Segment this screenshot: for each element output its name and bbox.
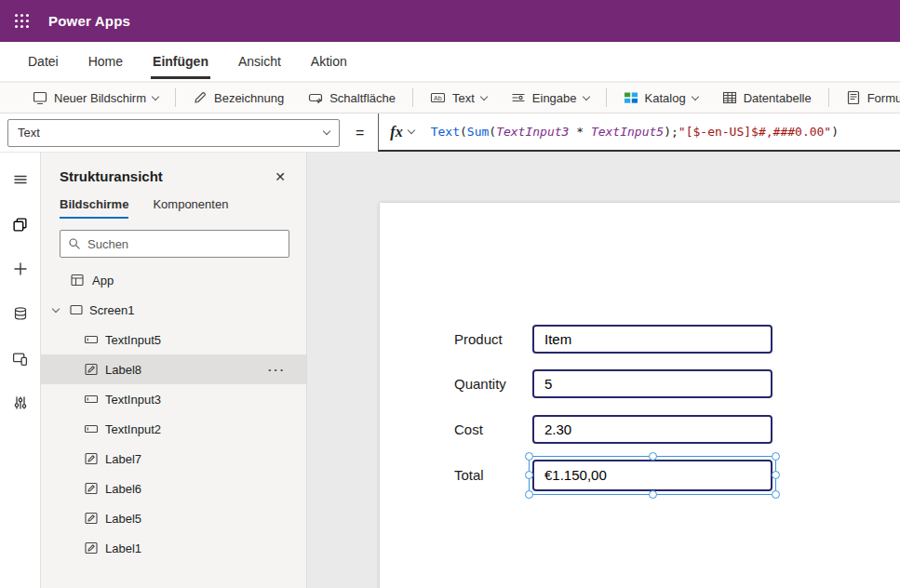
tab-screens[interactable]: Bildschirme [60, 197, 128, 219]
label-control-icon [84, 511, 99, 526]
selection-handle[interactable] [772, 452, 780, 461]
tree-item-app[interactable]: App [41, 265, 306, 295]
search-icon [68, 237, 81, 250]
insert-ribbon: Neuer Bildschirm Bezeichnung Schaltfläch… [0, 82, 900, 114]
close-icon[interactable]: ✕ [275, 170, 286, 183]
formula-token: TextInput5 [591, 125, 664, 139]
canvas-area: Product Item Quantity 5 Cost 2.30 Total … [307, 153, 900, 588]
new-screen-button[interactable]: Neuer Bildschirm [20, 83, 170, 113]
canvas-textinput-cost[interactable]: 2.30 [532, 415, 772, 444]
hamburger-icon [13, 172, 28, 187]
app-title: Power Apps [48, 13, 130, 29]
formula-token: TextInput3 [496, 125, 569, 139]
selection-handle[interactable] [525, 490, 533, 499]
selection-handle[interactable] [772, 471, 780, 479]
hamburger-menu-button[interactable] [6, 165, 35, 194]
screen-tree: App Screen1 TextInput5 [41, 265, 306, 563]
tree-item-label7[interactable]: Label7 [41, 444, 306, 474]
menu-item-home[interactable]: Home [87, 52, 125, 71]
datatable-button[interactable]: Datentabelle [710, 83, 824, 113]
panel-tabs: Bildschirme Komponenten [41, 197, 306, 219]
input-dropdown-button[interactable]: Eingabe [499, 83, 601, 113]
selection-handle[interactable] [772, 490, 780, 499]
fx-icon: fx [390, 124, 402, 140]
waffle-menu-button[interactable] [0, 0, 43, 42]
forms-button[interactable]: Formulare [834, 83, 900, 113]
tree-item-label5[interactable]: Label5 [41, 503, 306, 533]
text-dropdown-button[interactable]: Ab Text [418, 83, 499, 113]
canvas-textinput-product[interactable]: Item [532, 325, 772, 354]
tree-item-label6[interactable]: Label6 [41, 474, 306, 503]
form-row-quantity: Quantity 5 [454, 369, 772, 398]
formula-bar: Text = fx Text(Sum(TextInput3 * TextInpu… [0, 114, 900, 153]
formula-token: Sum [467, 125, 489, 139]
label-control-icon [84, 451, 99, 466]
fx-button[interactable]: fx [390, 124, 413, 140]
database-icon [13, 306, 28, 321]
tree-item-label: App [92, 274, 114, 287]
search-box [60, 230, 289, 258]
chevron-down-icon [582, 92, 589, 100]
search-input[interactable] [87, 237, 281, 251]
canvas-label-product[interactable]: Product [454, 331, 532, 347]
tab-components[interactable]: Komponenten [153, 197, 228, 219]
formula-input-area: fx Text(Sum(TextInput3 * TextInput5);"[$… [378, 114, 900, 152]
menu-item-datei[interactable]: Datei [26, 52, 60, 71]
tree-item-label8[interactable]: Label8 ··· [41, 354, 306, 384]
tree-view-button[interactable] [6, 209, 35, 239]
ribbon-item-label: Text [452, 91, 475, 105]
gallery-icon [624, 90, 638, 105]
chevron-down-icon[interactable] [52, 304, 60, 312]
selection-handle[interactable] [649, 490, 657, 499]
ribbon-item-label: Eingabe [532, 91, 577, 105]
advanced-tools-button[interactable] [6, 388, 35, 418]
textinput-value: 2.30 [544, 421, 571, 437]
chevron-down-icon [323, 127, 330, 135]
tree-item-textinput3[interactable]: TextInput3 [41, 384, 306, 414]
plus-icon [13, 261, 28, 276]
menubar: Datei Home Einfügen Ansicht Aktion [0, 42, 900, 82]
canvas-label-quantity[interactable]: Quantity [454, 376, 532, 392]
formula-token: * [569, 125, 590, 139]
ribbon-item-label: Katalog [645, 91, 686, 105]
gallery-dropdown-button[interactable]: Katalog [611, 83, 710, 113]
tree-item-label1[interactable]: Label1 [41, 533, 306, 563]
ribbon-item-label: Neuer Bildschirm [54, 91, 146, 105]
canvas-label-cost[interactable]: Cost [454, 421, 532, 437]
panel-title: Strukturansicht [60, 168, 163, 184]
chevron-down-icon [691, 92, 698, 100]
selection-handle[interactable] [525, 471, 533, 479]
button-button[interactable]: Schaltfläche [296, 83, 408, 113]
svg-text:Ab: Ab [434, 95, 442, 101]
menu-item-einfuegen[interactable]: Einfügen [151, 52, 210, 71]
data-sources-button[interactable] [6, 299, 35, 328]
forms-icon [846, 90, 861, 105]
selection-handle[interactable] [525, 452, 533, 461]
chevron-down-icon [480, 92, 488, 100]
media-button[interactable] [6, 343, 35, 373]
selection-handle[interactable] [649, 452, 657, 461]
tree-item-textinput2[interactable]: TextInput2 [41, 414, 306, 444]
insert-button[interactable] [6, 254, 35, 284]
tree-item-label: Label6 [105, 482, 141, 496]
tree-item-textinput5[interactable]: TextInput5 [41, 325, 306, 354]
canvas-label-total-value-selected[interactable]: €1.150,00 [532, 460, 772, 491]
waffle-icon [14, 13, 30, 29]
tree-item-label: TextInput5 [105, 333, 161, 347]
sliders-icon [13, 395, 28, 410]
menu-item-aktion[interactable]: Aktion [309, 52, 349, 71]
tree-item-screen1[interactable]: Screen1 [41, 295, 306, 325]
ribbon-item-label: Formulare [867, 91, 900, 105]
label-button[interactable]: Bezeichnung [181, 83, 296, 113]
canvas-textinput-quantity[interactable]: 5 [532, 369, 772, 398]
formula-input[interactable]: Text(Sum(TextInput3 * TextInput5);"[$-en… [431, 125, 839, 139]
canvas-label-total[interactable]: Total [454, 467, 532, 483]
formula-token: ) [831, 125, 839, 139]
menu-item-ansicht[interactable]: Ansicht [236, 52, 283, 71]
tree-view-icon [12, 217, 28, 233]
tree-item-label: Screen1 [89, 303, 134, 317]
label-control-icon [84, 481, 99, 496]
property-selector[interactable]: Text [7, 119, 340, 147]
more-options-button[interactable]: ··· [268, 363, 286, 377]
ribbon-item-label: Schaltfläche [329, 91, 396, 105]
